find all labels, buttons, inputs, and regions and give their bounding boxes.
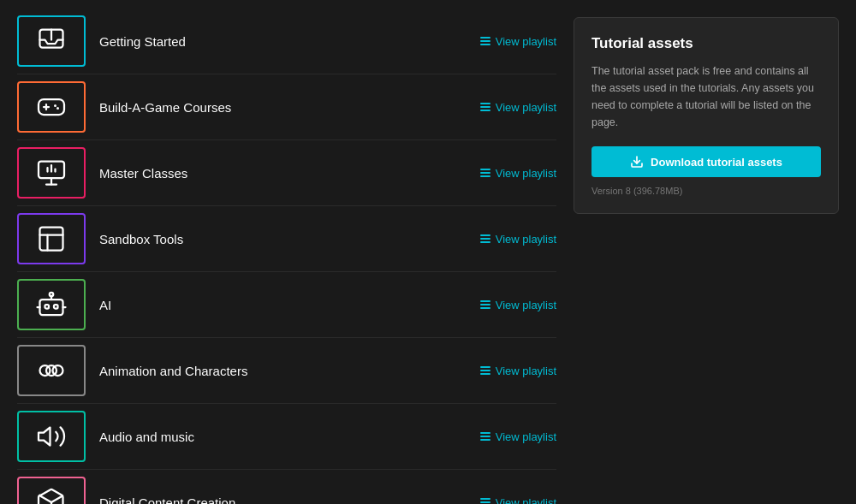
dice-icon [36, 487, 67, 504]
course-title-animation-characters: Animation and Characters [99, 364, 480, 378]
svg-point-5 [54, 104, 56, 107]
sidebar-title: Tutorial assets [591, 35, 821, 52]
course-item-animation-characters[interactable]: Animation and Characters View playlist [17, 338, 556, 404]
playlist-label: View playlist [496, 365, 556, 377]
course-title-ai: AI [99, 298, 480, 312]
view-playlist-ai[interactable]: View playlist [480, 299, 556, 311]
robot-icon [36, 289, 67, 320]
window-icon [36, 223, 67, 254]
course-title-sandbox-tools: Sandbox Tools [99, 232, 480, 246]
course-icon-ai [17, 279, 86, 330]
course-icon-master-classes [17, 147, 86, 199]
course-item-sandbox-tools[interactable]: Sandbox Tools View playlist [17, 206, 556, 272]
view-playlist-master-classes[interactable]: View playlist [480, 167, 556, 180]
playlist-label: View playlist [496, 233, 556, 246]
course-icon-sandbox-tools [17, 213, 86, 264]
download-icon [630, 155, 644, 169]
playlist-label: View playlist [496, 299, 556, 311]
svg-rect-2 [39, 99, 64, 115]
playlist-icon [480, 300, 490, 309]
svg-rect-13 [40, 228, 63, 251]
course-list: Getting Started View playlist Build-A-Ga… [17, 9, 556, 504]
course-icon-getting-started [17, 15, 86, 67]
svg-rect-16 [40, 299, 63, 315]
svg-point-20 [50, 293, 54, 297]
playlist-icon [480, 169, 490, 177]
course-item-ai[interactable]: AI View playlist [17, 272, 556, 338]
playlist-icon [480, 432, 490, 441]
inbox-icon [36, 26, 67, 56]
sidebar-description: The tutorial asset pack is free and cont… [591, 62, 821, 131]
course-item-master-classes[interactable]: Master Classes View playlist [17, 140, 556, 206]
svg-marker-26 [39, 428, 51, 446]
playlist-icon [480, 234, 490, 243]
course-title-getting-started: Getting Started [99, 34, 480, 49]
svg-point-25 [53, 365, 63, 376]
view-playlist-sandbox-tools[interactable]: View playlist [480, 233, 556, 246]
playlist-label: View playlist [496, 167, 556, 180]
svg-rect-17 [45, 305, 50, 309]
playlist-icon [480, 103, 490, 111]
gamepad-icon [36, 92, 67, 122]
view-playlist-getting-started[interactable]: View playlist [480, 35, 556, 48]
course-icon-build-a-game [17, 81, 86, 133]
course-title-master-classes: Master Classes [99, 166, 480, 181]
course-item-digital-content[interactable]: Digital Content Creation View playlist [17, 470, 556, 504]
svg-rect-18 [54, 305, 58, 309]
speaker-icon [36, 421, 67, 452]
circles-icon [36, 355, 67, 386]
playlist-icon [480, 37, 490, 45]
presentation-icon [36, 157, 67, 188]
course-item-audio-music[interactable]: Audio and music View playlist [17, 404, 556, 470]
course-icon-animation-characters [17, 345, 86, 396]
course-icon-audio-music [17, 411, 86, 462]
playlist-icon [480, 366, 490, 375]
course-icon-digital-content [17, 477, 86, 504]
course-title-digital-content: Digital Content Creation [99, 495, 480, 505]
view-playlist-audio-music[interactable]: View playlist [480, 430, 556, 443]
sidebar-panel: Tutorial assets The tutorial asset pack … [574, 17, 839, 214]
playlist-label: View playlist [496, 101, 556, 114]
view-playlist-animation-characters[interactable]: View playlist [480, 365, 556, 377]
course-title-audio-music: Audio and music [99, 430, 480, 444]
view-playlist-build-a-game[interactable]: View playlist [480, 101, 556, 114]
version-text: Version 8 (396.78MB) [591, 186, 821, 196]
course-title-build-a-game: Build-A-Game Courses [99, 100, 480, 115]
main-layout: Getting Started View playlist Build-A-Ga… [0, 0, 856, 504]
playlist-label: View playlist [496, 35, 556, 48]
course-item-build-a-game[interactable]: Build-A-Game Courses View playlist [17, 74, 556, 140]
view-playlist-digital-content[interactable]: View playlist [480, 496, 556, 505]
playlist-label: View playlist [496, 430, 556, 443]
svg-point-6 [56, 107, 59, 110]
download-label: Download tutorial assets [651, 156, 782, 169]
playlist-icon [480, 498, 490, 504]
playlist-label: View playlist [496, 496, 556, 505]
course-item-getting-started[interactable]: Getting Started View playlist [17, 9, 556, 74]
download-button[interactable]: Download tutorial assets [591, 146, 821, 177]
